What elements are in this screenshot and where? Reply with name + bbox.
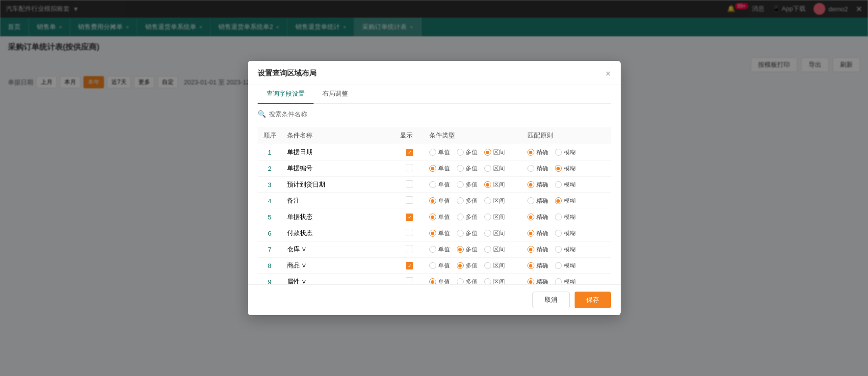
dialog-body: 查询字段设置 布局调整 🔍 顺序 条件名称 显示 — [248, 84, 621, 98]
tab-query-fields[interactable]: 查询字段设置 — [258, 84, 314, 98]
dialog-close-button[interactable]: × — [605, 69, 611, 78]
tab-layout-adjust[interactable]: 布局调整 — [314, 84, 357, 98]
dialog-header: 设置查询区域布局 × — [248, 61, 621, 84]
modal-overlay: 设置查询区域布局 × 查询字段设置 布局调整 🔍 — [0, 0, 868, 98]
settings-dialog: 设置查询区域布局 × 查询字段设置 布局调整 🔍 — [248, 61, 621, 98]
dialog-title: 设置查询区域布局 — [258, 69, 316, 78]
dialog-tab-bar: 查询字段设置 布局调整 — [258, 84, 611, 98]
